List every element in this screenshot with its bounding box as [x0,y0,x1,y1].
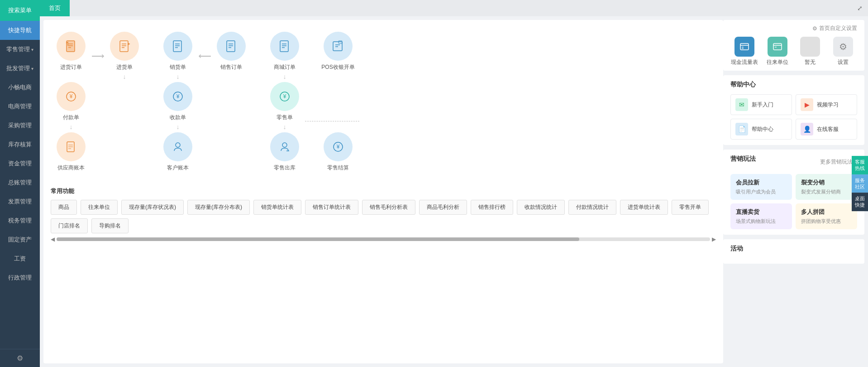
sidebar-settings-icon[interactable]: ⚙ [0,349,40,367]
main-area: 首页 ⤢ [40,0,868,367]
sidebar-item-ledger[interactable]: 总账管理 [0,173,40,192]
arrow-right-icon: ⟶ [91,50,104,71]
scrollbar-track[interactable] [57,237,710,241]
btn-goods-profit[interactable]: 商品毛利分析 [419,200,467,215]
chevron-down-icon: ▾ [31,47,33,52]
flow-node-retail-out: 零售出库 [264,132,305,172]
ql-none[interactable]: 暂无 [796,37,825,66]
btn-retail-order[interactable]: 零售开单 [672,200,709,215]
sidebar-item-assets[interactable]: 固定资产 [0,230,40,249]
tab-bar: 首页 ⤢ [40,0,868,16]
btn-purchase-stat[interactable]: 进货单统计表 [620,200,668,215]
ql-cashflow[interactable]: 现金流量表 [730,37,759,66]
quick-links-settings[interactable]: ⚙ 首页自定义设置 [730,24,857,32]
sidebar-item-purchase[interactable]: 采购管理 [0,116,40,135]
btn-receipt-stat[interactable]: 收款情况统计 [517,200,565,215]
flow-node-receipt: ¥ 收款单 [157,82,198,121]
flow-circle-supplier-ledger[interactable] [57,132,86,161]
ql-settings[interactable]: ⚙ 设置 [829,37,858,66]
flow-node-pos: POS收银开单 [318,32,358,71]
flow-circle-mall-order[interactable] [270,32,299,61]
tab-home[interactable]: 首页 [40,0,70,16]
down-arrow-mall: ↓ [264,73,305,80]
marketing-group[interactable]: 多人拼团 拼团购物享受优惠 [796,203,857,229]
help-online[interactable]: 👤 在线客服 [796,119,857,140]
sidebar-item-retail[interactable]: 零售管理 ▾ [0,40,40,59]
help-center-panel: 帮助中心 ✉ 新手入门 ▶ 视频学习 📄 帮助中心 👤 [723,75,864,145]
flow-circle-purchase[interactable] [110,32,139,61]
flow-circle-sales-order[interactable] [217,32,246,61]
help-video[interactable]: ▶ 视频学习 [796,94,857,115]
float-community[interactable]: 服务社区 [852,174,868,193]
flow-circle-pos[interactable] [324,32,353,61]
fullscreen-button[interactable]: ⤢ [852,0,868,16]
ql-units-icon [768,37,787,57]
svg-text:¥: ¥ [176,93,180,100]
flow-circle-payment[interactable]: ¥ [57,82,86,111]
search-menu-button[interactable]: 搜索菜单 [0,0,40,21]
btn-sales-profit[interactable]: 销售毛利分析表 [362,200,415,215]
float-buttons: 客服热线 服务社区 桌面快捷 [852,156,868,211]
svg-rect-9 [173,41,181,52]
float-desktop[interactable]: 桌面快捷 [852,193,868,211]
btn-stock1[interactable]: 现存量(库存状况表) [121,200,184,215]
sidebar-item-inventory[interactable]: 库存核算 [0,135,40,154]
sidebar-item-tax[interactable]: 税务管理 [0,211,40,230]
sidebar-item-wholesale[interactable]: 批发管理 ▾ [0,59,40,78]
marketing-live[interactable]: 直播卖货 场景式购物新玩法 [730,203,792,229]
flow-circle-receipt[interactable]: ¥ [163,82,192,111]
flow-circle-customer-ledger[interactable] [163,132,192,161]
flow-circle-purchase-order[interactable] [57,32,86,61]
svg-text:¥: ¥ [283,93,286,100]
sidebar-item-invoice[interactable]: 发票管理 [0,192,40,211]
marketing-header: 营销玩法 更多营销玩法 > [730,155,857,169]
down-arrow-sales: ↓ [157,73,198,80]
btn-store-rank[interactable]: 门店排名 [51,218,88,233]
vertical-arrows-row: ↓ ↓ ↓ [51,73,716,80]
scroll-left-btn[interactable]: ◀ [51,236,55,242]
left-panel: 进货订单 ⟶ [43,20,723,363]
down-arrow-pay: ↓ [51,123,91,130]
svg-rect-13 [227,41,235,52]
btn-goods[interactable]: 商品 [51,200,77,215]
flow-node-purchase: 进货单 [104,32,145,71]
flow-circle-retail-order[interactable]: ¥ [270,82,299,111]
ql-settings-icon: ⚙ [833,37,853,57]
flow-node-sales: 销货单 [157,32,198,71]
help-center-link[interactable]: 📄 帮助中心 [730,119,792,140]
btn-units[interactable]: 往来单位 [81,200,118,215]
flow-node-sales-order: 销售订单 [211,32,252,71]
float-customer-service[interactable]: 客服热线 [852,156,868,174]
svg-rect-24 [339,41,342,43]
ql-units[interactable]: 往来单位 [763,37,792,66]
sidebar-item-admin[interactable]: 行政管理 [0,268,40,287]
flow-circle-retail-settle[interactable]: ¥ [324,132,353,161]
scrollbar-thumb [57,237,579,241]
btn-sales-order-stat[interactable]: 销售订单统计表 [305,200,358,215]
btn-sales-rank[interactable]: 销售排行榜 [471,200,513,215]
sidebar-item-ecommerce[interactable]: 电商管理 [0,97,40,116]
svg-rect-5 [120,41,128,52]
btn-stock2[interactable]: 现存量(库存分布表) [187,200,250,215]
btn-guide-rank[interactable]: 导购排名 [91,218,129,233]
marketing-fission[interactable]: 裂变分销 裂变式发展分销商 [796,174,857,200]
chevron-down-icon: ▾ [31,66,33,71]
btn-sales-stat[interactable]: 销货单统计表 [253,200,301,215]
sidebar-item-ecommerce-small[interactable]: 小畅电商 [0,78,40,97]
marketing-member[interactable]: 会员拉新 吸引用户成为会员 [730,174,792,200]
flow-node-purchase-order: 进货订单 [51,32,91,71]
svg-text:¥: ¥ [69,93,73,100]
flow-circle-retail-out[interactable] [270,132,299,161]
quick-nav-button[interactable]: 快捷导航 [0,21,40,40]
sidebar-item-salary[interactable]: 工资 [0,249,40,268]
ql-cashflow-icon [734,37,754,57]
spacer2 [252,61,264,71]
btn-payment-stat[interactable]: 付款情况统计 [568,200,616,215]
quick-link-items: 现金流量表 往来单位 暂 [730,37,857,66]
help-beginner[interactable]: ✉ 新手入门 [730,94,792,115]
help-online-icon: 👤 [801,123,813,135]
sidebar-item-finance[interactable]: 资金管理 [0,154,40,173]
scroll-right-btn[interactable]: ▶ [712,236,716,242]
flow-circle-sales[interactable] [163,32,192,61]
down-arrow-purchase: ↓ [104,73,145,80]
